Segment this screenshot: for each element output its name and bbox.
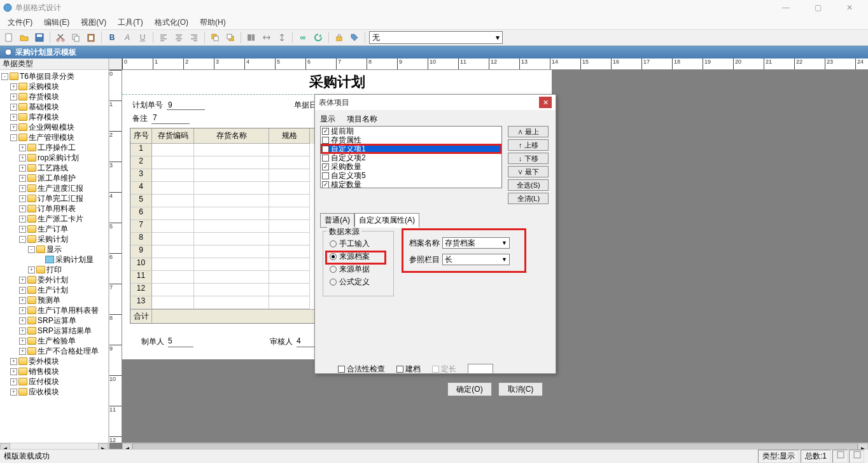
tree-toggle-icon[interactable]: + bbox=[19, 277, 26, 284]
cell[interactable] bbox=[269, 182, 310, 195]
cell[interactable] bbox=[269, 220, 310, 233]
tree-toggle-icon[interactable]: + bbox=[10, 358, 17, 365]
barcode-icon[interactable] bbox=[245, 31, 258, 44]
select-all-button[interactable]: 全选(S) bbox=[508, 179, 549, 191]
cell[interactable] bbox=[152, 284, 194, 296]
cell[interactable] bbox=[269, 156, 310, 169]
radio-formula[interactable]: 公式定义 bbox=[330, 277, 387, 287]
checkbox[interactable] bbox=[322, 172, 329, 179]
cancel-button[interactable]: 取消(C) bbox=[498, 382, 543, 396]
col-code[interactable]: 存货编码 bbox=[152, 128, 194, 144]
cell[interactable] bbox=[194, 245, 269, 258]
maker-value[interactable]: 5 bbox=[168, 336, 193, 347]
tree-node[interactable]: +预测单 bbox=[1, 295, 107, 305]
cell[interactable] bbox=[269, 296, 310, 309]
cell[interactable] bbox=[152, 144, 194, 156]
cell[interactable] bbox=[269, 169, 310, 182]
menu-view[interactable]: 视图(V) bbox=[76, 16, 111, 29]
menu-edit[interactable]: 编辑(E) bbox=[39, 16, 74, 29]
tree-toggle-icon[interactable]: + bbox=[19, 307, 26, 314]
radio-source[interactable]: 来源档案 bbox=[330, 251, 387, 262]
tag-icon[interactable] bbox=[348, 31, 361, 44]
tree-toggle-icon[interactable]: + bbox=[19, 216, 26, 223]
refresh-icon[interactable] bbox=[312, 31, 325, 44]
chk-validity[interactable]: 合法性检查 bbox=[338, 364, 385, 375]
align-right-icon[interactable] bbox=[188, 31, 200, 44]
tree-toggle-icon[interactable]: + bbox=[19, 205, 26, 212]
save-icon[interactable] bbox=[33, 31, 46, 44]
fixlen-input[interactable] bbox=[468, 364, 493, 374]
cell[interactable] bbox=[194, 284, 269, 296]
tree-toggle-icon[interactable]: + bbox=[19, 226, 26, 233]
tree-node[interactable]: +应付模块 bbox=[1, 377, 107, 387]
chk-archive[interactable]: 建档 bbox=[396, 364, 421, 375]
cell[interactable] bbox=[194, 169, 269, 182]
tree-toggle-icon[interactable]: + bbox=[10, 104, 17, 111]
tree-toggle-icon[interactable]: + bbox=[19, 317, 26, 324]
ref-col-combo[interactable]: 长▼ bbox=[442, 254, 510, 265]
tree-node[interactable]: +工序操作工 bbox=[1, 142, 107, 153]
list-item[interactable]: ✓核定数量 bbox=[321, 180, 501, 188]
cell[interactable] bbox=[152, 182, 194, 195]
plan-no-value[interactable]: 9 bbox=[167, 100, 205, 110]
cell[interactable] bbox=[152, 296, 194, 309]
italic-icon[interactable]: A bbox=[121, 31, 134, 44]
menu-format[interactable]: 格式化(O) bbox=[150, 16, 193, 29]
move-top-button[interactable]: ∧ 最上 bbox=[508, 126, 549, 137]
tree-toggle-icon[interactable]: + bbox=[10, 389, 17, 396]
cell[interactable] bbox=[194, 156, 269, 169]
tree-toggle-icon[interactable]: + bbox=[19, 195, 26, 202]
tree-node[interactable]: +打印 bbox=[1, 265, 107, 275]
tree-node[interactable]: +委外计划 bbox=[1, 275, 107, 285]
width-same-icon[interactable] bbox=[260, 31, 273, 44]
new-icon[interactable] bbox=[3, 31, 15, 44]
close-button[interactable]: ✕ bbox=[840, 3, 859, 12]
checkbox[interactable]: ✓ bbox=[322, 163, 329, 170]
cell[interactable] bbox=[152, 220, 194, 233]
cell[interactable] bbox=[152, 233, 194, 245]
tree-node[interactable]: +企业网银模块 bbox=[1, 122, 107, 132]
move-bottom-button[interactable]: ∨ 最下 bbox=[508, 166, 549, 177]
tree-node[interactable]: +委外模块 bbox=[1, 356, 107, 366]
tree-node[interactable]: +应收模块 bbox=[1, 387, 107, 397]
underline-icon[interactable]: U bbox=[136, 31, 149, 44]
checkbox[interactable] bbox=[322, 137, 329, 144]
cell[interactable] bbox=[269, 233, 310, 245]
tree-toggle-icon[interactable]: + bbox=[19, 155, 26, 162]
tree-node[interactable]: +SRP运算单 bbox=[1, 315, 107, 326]
cell[interactable] bbox=[269, 284, 310, 296]
tree-toggle-icon[interactable]: + bbox=[19, 328, 26, 335]
tree-node[interactable]: +生产计划 bbox=[1, 285, 107, 295]
tree-node[interactable]: 采购计划显 bbox=[1, 254, 107, 265]
tree-toggle-icon[interactable]: - bbox=[19, 236, 26, 243]
tree-node[interactable]: +生产进度汇报 bbox=[1, 183, 107, 193]
maximize-button[interactable]: ▢ bbox=[808, 3, 827, 12]
paste-icon[interactable] bbox=[85, 31, 97, 44]
tree-node[interactable]: -采购计划 bbox=[1, 234, 107, 244]
cell[interactable] bbox=[194, 207, 269, 220]
tree-toggle-icon[interactable]: - bbox=[10, 134, 17, 141]
minimize-button[interactable]: — bbox=[776, 3, 795, 12]
cell[interactable] bbox=[152, 258, 194, 271]
bring-front-icon[interactable] bbox=[209, 31, 221, 44]
send-back-icon[interactable] bbox=[224, 31, 237, 44]
cell[interactable] bbox=[194, 271, 269, 284]
checkbox[interactable]: ✓ bbox=[322, 181, 329, 188]
tree-toggle-icon[interactable]: + bbox=[19, 287, 26, 294]
height-same-icon[interactable] bbox=[276, 31, 288, 44]
cell[interactable] bbox=[194, 195, 269, 207]
ok-button[interactable]: 确定(O) bbox=[447, 382, 492, 396]
cell[interactable] bbox=[194, 182, 269, 195]
tree-toggle-icon[interactable]: - bbox=[28, 246, 35, 253]
tree-node[interactable]: +订单完工汇报 bbox=[1, 193, 107, 204]
tree-toggle-icon[interactable]: + bbox=[19, 175, 26, 182]
cell[interactable] bbox=[269, 245, 310, 258]
tree-node[interactable]: +派工单维护 bbox=[1, 173, 107, 183]
cell[interactable] bbox=[152, 156, 194, 169]
tree-toggle-icon[interactable]: + bbox=[28, 266, 35, 273]
tree-node[interactable]: +存货模块 bbox=[1, 92, 107, 102]
cell[interactable] bbox=[194, 258, 269, 271]
cell[interactable] bbox=[194, 233, 269, 245]
cell[interactable] bbox=[269, 144, 310, 156]
cell[interactable] bbox=[194, 296, 269, 309]
